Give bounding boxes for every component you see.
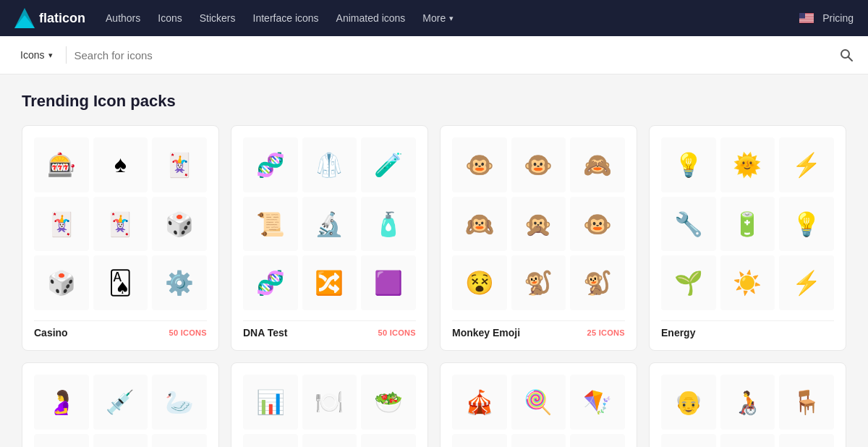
search-divider	[66, 46, 67, 64]
pack-card[interactable]: 📊🍽️🥗📋🍱🥤🍎🥑🥦Nutritional Plan50 ICONS	[231, 362, 428, 447]
icon-cell: 🙉	[452, 197, 507, 252]
icon-cell: 🙊	[511, 197, 566, 252]
icon-cell: 🥗	[361, 375, 416, 430]
svg-rect-6	[799, 19, 814, 20]
icon-cell: 🛗	[661, 434, 716, 447]
logo[interactable]: flaticon	[14, 8, 85, 28]
icon-cell: 🃏	[93, 197, 148, 252]
icons-preview-grid: 💡🌞⚡🔧🔋💡🌱☀️⚡	[661, 137, 834, 310]
icon-cell: 🂡	[93, 255, 148, 310]
nav-authors[interactable]: Authors	[98, 8, 148, 28]
icons-preview-grid: 👴🧑‍🦽🪑🛗🏠🪞🛏️💊🔔	[661, 375, 834, 447]
pack-card[interactable]: 🎰♠️🃏🃏🃏🎲🎲🂡⚙️Casino50 ICONS	[22, 125, 219, 351]
pack-name: Energy	[661, 327, 695, 339]
svg-line-11	[848, 57, 853, 61]
icon-cell: 🧑‍🦽	[720, 375, 775, 430]
pack-name: DNA Test	[243, 327, 287, 339]
icon-cell: 📜	[243, 197, 298, 252]
icon-cell: 🧬	[93, 434, 148, 447]
icon-cell: 🃏	[34, 197, 89, 252]
pack-count: 50 ICONS	[378, 328, 416, 337]
icon-cell: ☀️	[720, 255, 775, 310]
icon-cell: 🧪	[361, 137, 416, 192]
icon-cell: 📋	[243, 434, 298, 447]
icon-cell: ⚙️	[152, 255, 207, 310]
icon-cell: 🤰	[34, 375, 89, 430]
icons-preview-grid: 🧬🥼🧪📜🔬🧴🧬🔀🟪	[243, 137, 416, 310]
icon-cell: 🐵	[570, 197, 625, 252]
icon-cell: 🍭	[511, 375, 566, 430]
icon-cell: 🔋	[720, 197, 775, 252]
pack-card[interactable]: 👴🧑‍🦽🪑🛗🏠🪞🛏️💊🔔Nursing Home	[649, 362, 846, 447]
icon-cell: 🌱	[661, 255, 716, 310]
icon-cell: 🥼	[302, 137, 357, 192]
icon-cell: 🎲	[34, 255, 89, 310]
icon-cell: 💡	[779, 197, 834, 252]
pack-card[interactable]: 🐵🐵🙈🙉🙊🐵😵🐒🐒Monkey Emoji25 ICONS	[440, 125, 637, 351]
search-input[interactable]	[74, 49, 832, 61]
icon-cell: 🎰	[34, 137, 89, 192]
nav-animated-icons[interactable]: Animated icons	[329, 8, 413, 28]
icon-cell: 🔀	[302, 255, 357, 310]
pack-count: 50 ICONS	[169, 328, 207, 337]
icon-cell: 🧬	[243, 255, 298, 310]
icon-cell: 📊	[243, 375, 298, 430]
icon-cell: 🎂	[452, 434, 507, 447]
nav-icons[interactable]: Icons	[150, 8, 189, 28]
pack-card[interactable]: 🎪🍭🪁🎂🥁🎡🎠🎯🎭Carnival50 ICONS	[440, 362, 637, 447]
icon-cell: 🔧	[661, 197, 716, 252]
search-type-button[interactable]: Icons	[14, 45, 59, 65]
pricing-link[interactable]: Pricing	[822, 12, 854, 24]
icon-cell: 🏠	[720, 434, 775, 447]
icons-preview-grid: 📊🍽️🥗📋🍱🥤🍎🥑🥦	[243, 375, 416, 447]
svg-rect-8	[799, 22, 814, 22]
icon-cell: 💉	[93, 375, 148, 430]
icon-cell: 😵	[452, 255, 507, 310]
icon-cell: 🧬	[243, 137, 298, 192]
icon-cell: 🧴	[361, 197, 416, 252]
nav-more[interactable]: More	[415, 8, 461, 28]
icon-cell: 🥁	[511, 434, 566, 447]
icon-cell: ⚡	[779, 137, 834, 192]
svg-rect-9	[799, 13, 805, 19]
icon-cell: 🍱	[302, 434, 357, 447]
search-bar: Icons	[0, 36, 868, 74]
icon-cell: 📺	[34, 434, 89, 447]
icon-cell: 🎲	[152, 197, 207, 252]
main-content: Trending Icon packs 🎰♠️🃏🃏🃏🎲🎲🂡⚙️Casino50 …	[0, 74, 868, 447]
language-flag-icon[interactable]	[799, 13, 814, 23]
icon-cell: 🐒	[511, 255, 566, 310]
nav-links: Authors Icons Stickers Interface icons A…	[98, 8, 793, 28]
icon-cell: 🥤	[361, 434, 416, 447]
pack-footer: Casino50 ICONS	[34, 320, 207, 339]
icon-cell: 🐵	[511, 137, 566, 192]
icon-cell: 🙈	[570, 137, 625, 192]
icon-cell: 🪁	[570, 375, 625, 430]
icon-cell: 🍽️	[302, 375, 357, 430]
icon-cell: 🐵	[452, 137, 507, 192]
logo-text: flaticon	[39, 11, 85, 26]
nav-interface-icons[interactable]: Interface icons	[246, 8, 326, 28]
svg-rect-7	[799, 20, 814, 21]
icons-preview-grid: 🎰♠️🃏🃏🃏🎲🎲🂡⚙️	[34, 137, 207, 310]
icon-cell: 👴	[661, 375, 716, 430]
pack-card[interactable]: 🧬🥼🧪📜🔬🧴🧬🔀🟪DNA Test50 ICONS	[231, 125, 428, 351]
icon-cell: 🐒	[570, 255, 625, 310]
icon-cell: 🎪	[452, 375, 507, 430]
icons-preview-grid: 🐵🐵🙈🙉🙊🐵😵🐒🐒	[452, 137, 625, 310]
pack-name: Casino	[34, 327, 68, 339]
svg-marker-1	[14, 15, 35, 28]
pack-count: 25 ICONS	[587, 328, 625, 337]
packs-grid: 🎰♠️🃏🃏🃏🎲🎲🂡⚙️Casino50 ICONS🧬🥼🧪📜🔬🧴🧬🔀🟪DNA Te…	[22, 125, 846, 447]
pack-card[interactable]: 💡🌞⚡🔧🔋💡🌱☀️⚡Energy	[649, 125, 846, 351]
nav-stickers[interactable]: Stickers	[192, 8, 243, 28]
icon-cell: 🦢	[152, 375, 207, 430]
logo-icon	[14, 8, 35, 28]
icons-preview-grid: 🎪🍭🪁🎂🥁🎡🎠🎯🎭	[452, 375, 625, 447]
icon-cell: 🃏	[152, 137, 207, 192]
pack-card[interactable]: 🤰💉🦢📺🧬🩻👶🧪🫀Maternity50 ICONS	[22, 362, 219, 447]
pack-footer: Monkey Emoji25 ICONS	[452, 320, 625, 339]
icon-cell: ⚡	[779, 255, 834, 310]
search-submit-icon[interactable]	[839, 48, 854, 62]
icon-cell: 💡	[661, 137, 716, 192]
